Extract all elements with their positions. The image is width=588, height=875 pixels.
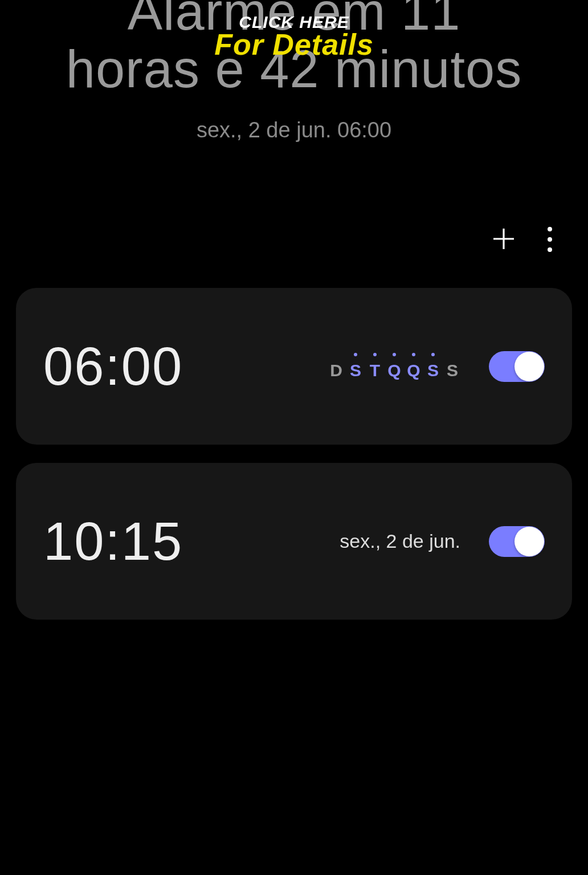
day-wed: Q [386, 353, 402, 380]
day-fri: S [425, 353, 441, 380]
alarm-days: D S T Q Q [328, 353, 460, 380]
toggle-knob [514, 352, 544, 381]
alarm-list: 06:00 D S T Q [0, 288, 588, 620]
alarm-time: 06:00 [43, 336, 183, 397]
alarm-toggle[interactable] [489, 526, 545, 557]
day-letter: D [328, 361, 344, 380]
alarm-toggle[interactable] [489, 351, 545, 382]
day-dot [354, 353, 357, 356]
day-letter: Q [406, 361, 422, 380]
day-letter: T [367, 361, 383, 380]
day-dot [451, 353, 454, 356]
alarm-time: 10:15 [43, 511, 183, 572]
add-alarm-button[interactable] [490, 225, 517, 254]
day-letter: S [444, 361, 460, 380]
day-letter: S [348, 361, 364, 380]
more-vertical-icon [543, 222, 557, 257]
day-sun: D [328, 353, 344, 380]
day-dot [412, 353, 415, 356]
day-dot [334, 353, 338, 356]
header-subtitle: sex., 2 de jun. 06:00 [0, 118, 588, 143]
more-options-button[interactable] [543, 222, 557, 257]
alarm-right: sex., 2 de jun. [340, 526, 545, 557]
day-dot [373, 353, 377, 356]
day-mon: S [348, 353, 364, 380]
toolbar [0, 222, 588, 257]
day-dot [393, 353, 396, 356]
overlay-banner[interactable]: CLICK HERE For Details [214, 13, 374, 62]
toggle-knob [514, 527, 544, 556]
day-tue: T [367, 353, 383, 380]
plus-icon [490, 225, 517, 254]
day-dot [431, 353, 435, 356]
day-letter: S [425, 361, 441, 380]
alarm-time-wrap: 10:15 [43, 511, 183, 572]
overlay-line2: For Details [214, 27, 374, 62]
alarm-time-wrap: 06:00 [43, 336, 183, 397]
day-sat: S [444, 353, 460, 380]
day-letter: Q [386, 361, 402, 380]
alarm-right: D S T Q Q [328, 351, 545, 382]
alarm-date: sex., 2 de jun. [340, 530, 460, 552]
day-thu: Q [406, 353, 422, 380]
alarm-card[interactable]: 06:00 D S T Q [16, 288, 572, 445]
alarm-card[interactable]: 10:15 sex., 2 de jun. [16, 463, 572, 620]
